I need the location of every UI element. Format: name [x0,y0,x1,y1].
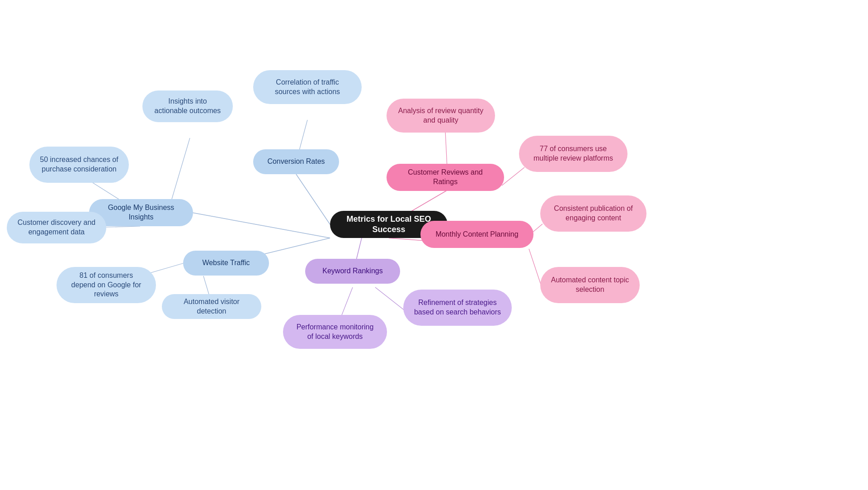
node-website-traffic-label: Website Traffic [202,258,250,268]
node-automated-visitor-label: Automated visitor detection [172,297,251,316]
node-refinement-strategies: Refinement of strategies based on search… [403,290,512,326]
node-seventy-seven: 77 of consumers use multiple review plat… [519,136,627,172]
node-correlation-traffic: Correlation of traffic sources with acti… [253,70,362,104]
node-conversion-rates-label: Conversion Rates [267,157,325,167]
svg-line-1 [296,174,330,224]
node-analysis-review-label: Analysis of review quantity and quality [396,106,485,125]
node-insights-actionable-label: Insights into actionable outcomes [152,97,223,116]
node-automated-visitor: Automated visitor detection [162,294,261,319]
svg-line-17 [375,287,407,312]
svg-line-7 [172,138,190,199]
node-google-my-business-label: Google My Business Insights [99,203,183,222]
node-website-traffic: Website Traffic [183,251,269,276]
node-monthly-content: Monthly Content Planning [420,221,533,248]
node-eighty-one-consumers: 81 of consumers depend on Google for rev… [57,267,156,303]
node-customer-discovery: Customer discovery and engagement data [7,212,106,243]
node-customer-reviews-label: Customer Reviews and Ratings [396,168,494,187]
node-consistent-publication-label: Consistent publication of engaging conte… [550,204,637,223]
node-performance-monitoring: Performance monitoring of local keywords [283,315,387,349]
node-analysis-review: Analysis of review quantity and quality [387,99,495,133]
node-monthly-content-label: Monthly Content Planning [435,230,518,239]
node-performance-monitoring-label: Performance monitoring of local keywords [293,323,377,342]
node-automated-content: Automated content topic selection [540,267,640,303]
svg-line-0 [192,213,330,238]
node-consistent-publication: Consistent publication of engaging conte… [540,195,646,232]
node-eighty-one-consumers-label: 81 of consumers depend on Google for rev… [66,271,146,299]
node-fifty-increased-label: 50 increased chances of purchase conside… [39,155,119,174]
node-customer-discovery-label: Customer discovery and engagement data [17,218,96,237]
node-insights-actionable: Insights into actionable outcomes [142,90,233,122]
node-seventy-seven-label: 77 of consumers use multiple review plat… [529,144,618,163]
node-keyword-rankings-label: Keyword Rankings [322,266,382,276]
node-refinement-strategies-label: Refinement of strategies based on search… [413,298,502,317]
node-fifty-increased: 50 increased chances of purchase conside… [29,147,129,183]
svg-line-13 [502,167,524,186]
node-correlation-traffic-label: Correlation of traffic sources with acti… [263,78,352,97]
node-automated-content-label: Automated content topic selection [550,276,630,295]
node-keyword-rankings: Keyword Rankings [305,259,400,284]
node-customer-reviews: Customer Reviews and Ratings [387,164,504,191]
node-conversion-rates: Conversion Rates [253,149,339,174]
